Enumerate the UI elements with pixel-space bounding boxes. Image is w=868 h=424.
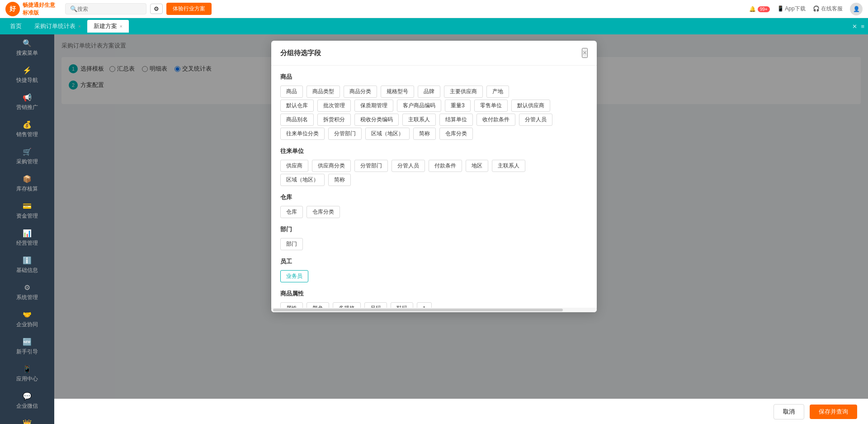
tag-salesperson[interactable]: 业务员 <box>280 270 308 282</box>
sidebar-item-quick-nav[interactable]: ⚡ 快捷导航 <box>0 62 54 89</box>
top-actions: ⚙ 体验行业方案 <box>150 3 212 15</box>
tag-warehouse-category-prod[interactable]: 仓库分类 <box>439 128 473 140</box>
top-right: 🔔 99+ 📱 App下载 🎧 在线客服 👤 <box>749 3 863 15</box>
modal-title: 分组待选字段 <box>280 49 321 57</box>
notification-area[interactable]: 🔔 99+ <box>749 6 769 12</box>
tag-dept[interactable]: 部门 <box>280 238 303 250</box>
sidebar-item-member[interactable]: 👑 畅会员 <box>0 414 54 424</box>
tag-product-type[interactable]: 商品类型 <box>307 86 340 98</box>
sidebar-item-app-center[interactable]: 📱 应用中心 <box>0 360 54 387</box>
tag-tax-code[interactable]: 税收分类编码 <box>354 114 399 126</box>
tag-dept-charge[interactable]: 分管部门 <box>354 160 388 172</box>
headset-icon: 🎧 <box>813 5 820 12</box>
tag-product-alias[interactable]: 商品别名 <box>280 114 314 126</box>
tag-size[interactable]: 尺码 <box>364 302 387 308</box>
modal-close-button[interactable]: × <box>582 48 588 58</box>
tag-short-name-prod[interactable]: 简称 <box>413 128 436 140</box>
tag-supplier-category[interactable]: 供应商分类 <box>312 160 351 172</box>
tag-default-warehouse[interactable]: 默认仓库 <box>280 100 314 112</box>
tag-attribute[interactable]: 属性 <box>280 302 303 308</box>
sidebar-item-basic-info[interactable]: ℹ️ 基础信息 <box>0 252 54 279</box>
sidebar-item-search[interactable]: 🔍 搜索菜单 <box>0 34 54 62</box>
tab-menu[interactable]: ≡ <box>861 23 864 30</box>
system-icon: ⚙ <box>24 283 30 292</box>
bottom-bar: 取消 保存并查询 <box>54 399 868 424</box>
tag-supplier[interactable]: 供应商 <box>280 160 308 172</box>
sidebar-item-inventory[interactable]: 📦 库存核算 <box>0 170 54 197</box>
tag-weight3[interactable]: 重量3 <box>445 100 471 112</box>
sidebar-item-purchase[interactable]: 🛒 采购管理 <box>0 143 54 170</box>
save-query-button[interactable]: 保存并查询 <box>810 405 857 419</box>
logo-text: 畅捷通好生意 标准版 <box>23 1 55 17</box>
tag-product-category[interactable]: 商品分类 <box>344 86 377 98</box>
tag-payment-terms[interactable]: 收付款条件 <box>476 114 515 126</box>
tag-main-contact-cp[interactable]: 主联系人 <box>492 160 525 172</box>
search-box[interactable]: 🔍 <box>65 3 146 14</box>
tag-brand[interactable]: 品牌 <box>418 86 440 98</box>
tag-warehouse[interactable]: 仓库 <box>280 206 303 218</box>
modal-field-select: 分组待选字段 × 商品 商品 商品类型 商品分类 规格型号 品牌 主要供应商 产… <box>271 41 597 312</box>
sidebar-item-operation[interactable]: 📊 经营管理 <box>0 224 54 252</box>
tag-default-supplier[interactable]: 默认供应商 <box>511 100 550 112</box>
tag-shelf-life[interactable]: 保质期管理 <box>354 100 393 112</box>
tab-purchase-stats-close[interactable]: × <box>78 24 81 29</box>
enterprise-icon: 🤝 <box>23 310 32 319</box>
tab-home[interactable]: 首页 <box>4 20 28 33</box>
tag-supervisor[interactable]: 分管人员 <box>519 114 552 126</box>
tag-customer-code[interactable]: 客户商品编码 <box>397 100 441 112</box>
section-title-employee: 员工 <box>280 257 588 266</box>
new-guide-icon: 🆕 <box>23 338 32 346</box>
online-service[interactable]: 🎧 在线客服 <box>813 5 843 13</box>
tag-attr-1[interactable]: 1 <box>417 302 432 308</box>
tag-main-contact[interactable]: 主联系人 <box>402 114 436 126</box>
tag-retail-unit[interactable]: 零售单位 <box>474 100 508 112</box>
tab-purchase-stats[interactable]: 采购订单统计表 × <box>28 20 87 33</box>
tag-warehouse-category[interactable]: 仓库分类 <box>307 206 340 218</box>
logo-area: 好 畅捷通好生意 标准版 <box>5 1 60 17</box>
tag-group-product-3: 商品别名 拆货积分 税收分类编码 主联系人 结算单位 收付款条件 分管人员 <box>280 114 588 126</box>
search-icon: 🔍 <box>70 5 77 12</box>
sidebar-item-marketing[interactable]: 📢 营销推广 <box>0 89 54 116</box>
tag-origin[interactable]: 产地 <box>486 86 509 98</box>
modal-horizontal-scroll[interactable] <box>271 308 597 312</box>
trial-button[interactable]: 体验行业方案 <box>166 3 212 15</box>
tab-new-plan[interactable]: 新建方案 × <box>87 20 129 33</box>
sidebar-item-sales[interactable]: 💰 销售管理 <box>0 116 54 143</box>
tag-group-dept: 部门 <box>280 238 588 250</box>
quick-nav-icon: ⚡ <box>23 66 32 75</box>
gear-button[interactable]: ⚙ <box>150 4 163 14</box>
modal-header: 分组待选字段 × <box>271 41 597 66</box>
tag-person-charge[interactable]: 分管人员 <box>392 160 425 172</box>
tag-spec-model[interactable]: 规格型号 <box>381 86 414 98</box>
sidebar-item-wechat[interactable]: 💬 企业微信 <box>0 387 54 414</box>
tag-shoe-size[interactable]: 鞋码 <box>391 302 413 308</box>
tag-payment-cond[interactable]: 付款条件 <box>429 160 462 172</box>
tag-short-name-cp[interactable]: 简称 <box>328 174 351 186</box>
section-title-dept: 部门 <box>280 225 588 233</box>
tab-close-all[interactable]: ✕ <box>852 23 857 30</box>
sidebar: 🔍 搜索菜单 ⚡ 快捷导航 📢 营销推广 💰 销售管理 🛒 采购管理 📦 库存核… <box>0 34 54 424</box>
cancel-button[interactable]: 取消 <box>774 404 804 419</box>
tag-counterpart-category[interactable]: 往来单位分类 <box>280 128 325 140</box>
tag-split-points[interactable]: 拆货积分 <box>317 114 351 126</box>
tag-area[interactable]: 地区 <box>466 160 488 172</box>
sidebar-item-new-guide[interactable]: 🆕 新手引导 <box>0 333 54 360</box>
tab-new-plan-close[interactable]: × <box>120 24 123 29</box>
tag-dept-in-charge[interactable]: 分管部门 <box>328 128 362 140</box>
tag-color[interactable]: 颜色 <box>307 302 329 308</box>
tag-multi-spec[interactable]: 多规格 <box>333 302 361 308</box>
sidebar-item-enterprise[interactable]: 🤝 企业协同 <box>0 306 54 333</box>
sidebar-item-finance[interactable]: 💳 资金管理 <box>0 197 54 224</box>
tag-main-supplier[interactable]: 主要供应商 <box>444 86 483 98</box>
search-input[interactable] <box>77 6 136 12</box>
tag-group-product: 商品 商品类型 商品分类 规格型号 品牌 主要供应商 产地 <box>280 86 588 98</box>
tag-settlement-unit[interactable]: 结算单位 <box>439 114 473 126</box>
user-avatar[interactable]: 👤 <box>850 3 863 15</box>
tag-region-area-prod[interactable]: 区域（地区） <box>365 128 410 140</box>
tag-product[interactable]: 商品 <box>280 86 303 98</box>
sidebar-item-system[interactable]: ⚙ 系统管理 <box>0 279 54 306</box>
tag-batch-mgmt[interactable]: 批次管理 <box>317 100 351 112</box>
wechat-icon: 💬 <box>23 392 32 400</box>
tag-region-area-cp[interactable]: 区域（地区） <box>280 174 325 186</box>
app-download[interactable]: 📱 App下载 <box>777 5 806 13</box>
